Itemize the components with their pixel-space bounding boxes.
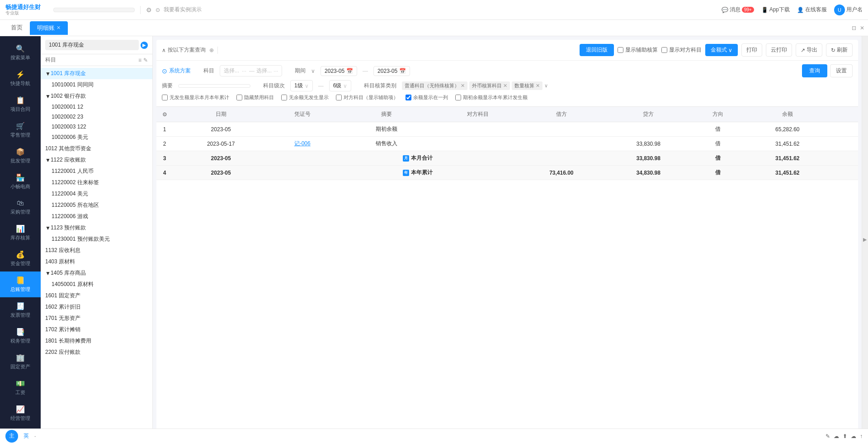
tab-home[interactable]: 首页 <box>4 20 30 36</box>
tree-node-1801[interactable]: 1801 长期待摊费用 <box>41 335 152 347</box>
tree-node-10020006[interactable]: 10020006 美元 <box>41 132 152 143</box>
subject-input[interactable]: 选择... ··· — 选择... ··· <box>220 65 282 76</box>
tab-detail[interactable]: 明细账 ✕ <box>30 21 68 35</box>
level-start-select[interactable]: 1级 ∨ <box>290 80 313 91</box>
sidebar-item-search[interactable]: 🔍 搜索菜单 <box>0 40 41 66</box>
tree-node-11220006[interactable]: 11220006 游戏 <box>41 211 152 222</box>
sidebar-item-shortcut[interactable]: ⚡ 快捷导航 <box>0 66 41 91</box>
tree-node-10020003[interactable]: 10020003 122 <box>41 122 152 132</box>
close-window-icon[interactable]: ✕ <box>860 25 864 31</box>
sidebar-item-ops[interactable]: 📈 经营管理 <box>0 400 41 426</box>
tree-node-11220002[interactable]: 11220002 往来标签 <box>41 177 152 188</box>
sidebar-item-purchase[interactable]: 🛍 采购管理 <box>0 195 41 220</box>
check-opposite[interactable]: 对方科目（显示辅助项） <box>336 94 398 101</box>
check-initial-input[interactable] <box>455 95 461 100</box>
tree-node-1602[interactable]: 1602 累计折旧 <box>41 301 152 313</box>
sidebar-item-project[interactable]: 📋 项目合同 <box>0 91 41 117</box>
tree-node-1403[interactable]: 1403 原材料 <box>41 256 152 267</box>
user-avatar[interactable]: U 用户名 <box>834 5 863 15</box>
tag-3-close[interactable]: ✕ <box>536 83 540 89</box>
settings-gear-icon[interactable]: ⚙ <box>146 6 152 14</box>
cloud-icon[interactable]: ☁ <box>834 433 839 439</box>
check-initial[interactable]: 期初余额显示本年累计发生额 <box>455 94 528 101</box>
show-opposite-check[interactable]: 显示对方科目 <box>661 46 702 54</box>
col-settings[interactable]: ⚙ <box>156 107 173 122</box>
top-search-input[interactable] <box>53 8 135 12</box>
check-balance-one-col-input[interactable] <box>406 95 411 100</box>
right-collapse-btn[interactable]: ▶ <box>862 36 868 443</box>
tree-menu-icon[interactable]: ≡ <box>138 57 142 63</box>
tree-node-1012[interactable]: 1012 其他货币资金 <box>41 143 152 154</box>
level-end-select[interactable]: 6级 ∨ <box>329 80 352 91</box>
check-no-amount[interactable]: 无发生额显示本月本年累计 <box>162 94 229 101</box>
arrow-right-icon[interactable]: ▶ <box>141 42 148 49</box>
tag-1-close[interactable]: ✕ <box>461 83 465 89</box>
scheme-area[interactable]: ⊙ 系统方案 <box>162 67 191 75</box>
sidebar-item-invoice[interactable]: 🧾 发票管理 <box>0 297 41 323</box>
cell-voucher-2[interactable]: 记-006 <box>269 137 335 151</box>
tree-node-1132[interactable]: 1132 应收利息 <box>41 245 152 256</box>
tree-node-10020002[interactable]: 10020002 23 <box>41 112 152 122</box>
tree-node-1702[interactable]: 1702 累计摊销 <box>41 324 152 335</box>
show-aux-check[interactable]: 显示辅助核算 <box>618 46 658 54</box>
tree-node-14050001[interactable]: 14050001 原材料 <box>41 279 152 290</box>
app-download-btn[interactable]: 📱 App下载 <box>761 6 790 14</box>
query-btn[interactable]: 查询 <box>802 64 827 77</box>
show-aux-checkbox[interactable] <box>618 47 623 53</box>
tree-node-11220004[interactable]: 11220004 美元 <box>41 188 152 200</box>
sidebar-item-tax[interactable]: 📑 税务管理 <box>0 323 41 349</box>
sidebar-item-ledger[interactable]: 📒 总账管理 <box>0 272 41 297</box>
message-btn[interactable]: 💬 消息 99+ <box>722 6 754 14</box>
tree-edit-icon[interactable]: ✎ <box>143 57 148 63</box>
print-btn[interactable]: 打印 <box>741 43 762 57</box>
tree-node-11220005[interactable]: 11220005 所在地区 <box>41 200 152 211</box>
tree-node-1701[interactable]: 1701 无形资产 <box>41 313 152 324</box>
check-hide-disabled-input[interactable] <box>236 95 242 100</box>
period-start-input[interactable]: 2023-05 📅 <box>321 66 357 76</box>
sidebar-item-retail[interactable]: 🛒 零售管理 <box>0 117 41 143</box>
setting-btn[interactable]: 设置 <box>830 64 853 77</box>
sidebar-item-assets[interactable]: 🏢 固定资产 <box>0 349 41 375</box>
tag-2-close[interactable]: ✕ <box>503 83 507 89</box>
back-old-btn[interactable]: 退回旧版 <box>580 44 614 56</box>
sidebar-item-ecommerce[interactable]: 🏪 小畅电商 <box>0 169 41 195</box>
lang-label[interactable]: 英 <box>24 432 29 440</box>
demo-link[interactable]: 我要看实例演示 <box>164 6 202 14</box>
check-no-balance-input[interactable] <box>281 95 287 100</box>
upload-icon[interactable]: ⬆ <box>843 433 847 439</box>
cloud-print-btn[interactable]: 云打印 <box>766 43 792 57</box>
check-no-amount-input[interactable] <box>162 95 168 100</box>
tree-node-10020001[interactable]: 10020001 12 <box>41 102 152 112</box>
tree-node-2202[interactable]: 2202 应付账款 <box>41 347 152 358</box>
account-selector[interactable]: 1001 库存现金 <box>45 40 139 50</box>
sidebar-item-inventory[interactable]: 📊 库存核算 <box>0 220 41 246</box>
chevron-type-icon[interactable]: ∨ <box>544 83 548 89</box>
tree-node-1405[interactable]: ▼ 1405 库存商品 <box>41 267 152 279</box>
edit-icon[interactable]: ✎ <box>826 433 830 439</box>
tree-node-1002[interactable]: ▼ 1002 银行存款 <box>41 91 152 102</box>
tree-node-11230001[interactable]: 11230001 预付账款美元 <box>41 233 152 245</box>
maximize-icon[interactable]: ⊡ <box>852 25 856 31</box>
filter-tool-icon[interactable]: ⊕ <box>209 47 214 53</box>
arrow-up-icon[interactable]: ↑ <box>860 433 863 439</box>
tree-node-1601[interactable]: 1601 固定资产 <box>41 290 152 301</box>
period-end-input[interactable]: 2023-05 📅 <box>373 66 410 76</box>
sidebar-item-capital[interactable]: 💰 资金管理 <box>0 246 41 272</box>
sidebar-item-salary[interactable]: 💵 工资 <box>0 375 41 400</box>
sidebar-item-wholesale[interactable]: 📦 批发管理 <box>0 143 41 169</box>
voucher-link[interactable]: 记-006 <box>294 140 311 147</box>
check-no-balance[interactable]: 无余额无发生显示 <box>281 94 329 101</box>
tree-node-11220001[interactable]: 11220001 人民币 <box>41 166 152 177</box>
tree-node-10010001[interactable]: 10010001 同同同 <box>41 79 152 91</box>
online-service-btn[interactable]: 👤 在线客服 <box>797 6 827 14</box>
tree-node-1123[interactable]: ▼ 1123 预付账款 <box>41 222 152 233</box>
tree-node-1122[interactable]: ▼ 1122 应收账款 <box>41 154 152 166</box>
format-btn[interactable]: 金额式 ∨ <box>705 44 738 56</box>
cloud2-icon[interactable]: ☁ <box>851 433 856 439</box>
refresh-btn[interactable]: ↻ 刷新 <box>826 43 853 57</box>
home-circle-btn[interactable]: 主 <box>5 430 18 443</box>
show-opposite-checkbox[interactable] <box>661 47 667 53</box>
tab-close-icon[interactable]: ✕ <box>57 25 61 31</box>
export-btn[interactable]: ↗ 导出 <box>796 43 822 57</box>
check-opposite-input[interactable] <box>336 95 342 100</box>
